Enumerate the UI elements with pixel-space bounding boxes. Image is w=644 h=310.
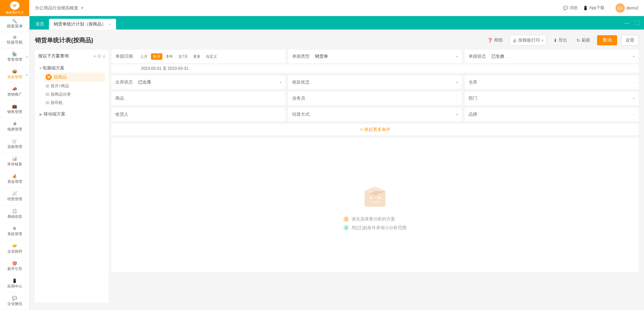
scheme-by-product[interactable]: 按 按商品 bbox=[44, 72, 105, 82]
doc-status-dropdown[interactable]: 已生效 ▾ bbox=[491, 53, 635, 59]
tab-home[interactable]: 首页 bbox=[31, 19, 49, 30]
purchase-icon: 🛒 bbox=[12, 139, 17, 144]
tab-active[interactable]: 销货单统计计划（按商品） × bbox=[49, 19, 116, 30]
empty-illustration bbox=[357, 179, 393, 211]
shortcut-this-month[interactable]: 本月 bbox=[151, 53, 162, 60]
sidebar-item-basics[interactable]: 📋 基础信息 bbox=[0, 205, 29, 223]
print-button[interactable]: 🖨 按模板打印 ▾ bbox=[509, 35, 547, 46]
user-profile-button[interactable]: Ea demo2 bbox=[615, 3, 639, 13]
shortcut-custom[interactable]: 自定义 bbox=[204, 53, 219, 60]
filter-date: 单据日期 上月 本月 本年 近7天 更多 自定义 bbox=[111, 50, 285, 63]
query-button[interactable]: 查询 bbox=[597, 35, 617, 45]
filter-sidebar: 按以下方案查询 + ⊙ « ▾ 电脑端方案 按 按 bbox=[35, 50, 109, 303]
collapse-bar[interactable]: ∧ 收起更多条件 bbox=[111, 124, 639, 135]
mobile-group: ▶ 移动端方案 bbox=[38, 108, 105, 120]
refresh-button[interactable]: ↻ 刷新 bbox=[574, 36, 593, 45]
sidebar-item-wholesale[interactable]: 📦 批发管理 ▴ bbox=[0, 66, 29, 83]
doc-type-value: 销货单 bbox=[315, 53, 328, 59]
salesperson-dots[interactable]: ··· bbox=[315, 96, 458, 101]
sidebar-item-label: 系统管理 bbox=[7, 231, 22, 237]
chevron-down-icon: ▾ bbox=[633, 97, 635, 100]
dots-icon[interactable]: ··· bbox=[454, 96, 458, 101]
warehouse-dots[interactable]: ··· bbox=[491, 80, 635, 85]
filter-warehouse: 仓库 ··· bbox=[465, 75, 639, 89]
doc-type-dropdown[interactable]: 销货单 ▾ bbox=[315, 53, 458, 59]
sidebar-item-ecommerce[interactable]: 🖥 电商管理 bbox=[0, 118, 29, 136]
scheme-label: 按司机 bbox=[51, 100, 63, 106]
date-range-value: 2023-03-01 至 2023-03-31 bbox=[141, 66, 188, 71]
app-logo: 好 畅捷通好生意 bbox=[0, 0, 29, 16]
scheme-label: 按月+商品 bbox=[51, 83, 69, 89]
department-dropdown[interactable]: ▾ bbox=[491, 97, 635, 100]
shortcut-last-month[interactable]: 上月 bbox=[138, 53, 150, 60]
query-label: 查询 bbox=[602, 37, 612, 43]
sidebar-item-finance[interactable]: 💰 资金管理 bbox=[0, 170, 29, 188]
gear-icon: ⚙ bbox=[13, 226, 16, 231]
sidebar-item-app-center[interactable]: 📱 应用中心 bbox=[0, 275, 29, 293]
dots-icon[interactable]: ··· bbox=[631, 80, 635, 85]
sidebar-item-quick-nav[interactable]: ⊞ 快捷导航 bbox=[0, 32, 29, 48]
brand-dots[interactable]: ··· bbox=[491, 112, 635, 117]
tab-maximize-icon[interactable]: ⛶ bbox=[633, 19, 641, 27]
filter-sidebar-title: 按以下方案查询 bbox=[38, 53, 69, 59]
main-area: 办公用品行业模拟账套 ▾ 💬 消息 📱 App下载 Ea demo2 首页 bbox=[30, 0, 644, 310]
settings-button[interactable]: 设置 bbox=[621, 35, 639, 46]
export-button[interactable]: ⬇ 导出 bbox=[551, 36, 570, 45]
date-range-row: 2023-03-01 至 2023-03-31 bbox=[111, 64, 639, 73]
tab-close-icon[interactable]: × bbox=[108, 22, 111, 27]
shortcut-more[interactable]: 更多 bbox=[191, 53, 203, 60]
stock-out-label: 出库状态 bbox=[115, 79, 136, 85]
sidebar-item-guide[interactable]: 🎯 新手引导 bbox=[0, 258, 29, 275]
empty-state: 1 请先选择要分析的方案 2 用[过滤]条件来缩小分析范围 bbox=[111, 138, 639, 272]
sidebar-item-label: 资金管理 bbox=[7, 179, 22, 184]
scheme-by-month-product[interactable]: 按 按月+商品 bbox=[44, 82, 105, 90]
payment-dropdown[interactable]: ▾ bbox=[315, 81, 458, 84]
sidebar-item-system[interactable]: ⚙ 系统管理 bbox=[0, 223, 29, 240]
stock-out-value: 已出库 bbox=[138, 79, 151, 85]
scheme-by-printer[interactable]: 回 按司机 bbox=[44, 99, 105, 107]
add-scheme-button[interactable]: + bbox=[93, 53, 96, 59]
sidebar-item-purchase[interactable]: 🛒 采购管理 bbox=[0, 136, 29, 153]
collapse-sidebar-button[interactable]: « bbox=[103, 53, 105, 59]
app-name: 畅捷通好生意 bbox=[6, 10, 24, 15]
sidebar-item-retail[interactable]: 🏪 零售管理 ▾ bbox=[0, 48, 29, 66]
mobile-group-header[interactable]: ▶ 移动端方案 bbox=[38, 110, 105, 118]
desktop-group-header[interactable]: ▾ 电脑端方案 bbox=[38, 64, 105, 72]
nav-icon: ⊞ bbox=[2, 35, 27, 40]
message-icon: 💬 bbox=[563, 6, 568, 10]
print-dropdown-icon: ▾ bbox=[541, 38, 544, 43]
message-button[interactable]: 💬 消息 bbox=[563, 5, 578, 11]
recipient-label: 收货人 bbox=[115, 111, 136, 117]
tab-minimize-icon[interactable]: — bbox=[623, 19, 631, 27]
shortcut-this-year[interactable]: 本年 bbox=[164, 53, 175, 60]
sidebar-item-operations[interactable]: 📈 经营管理 bbox=[0, 188, 29, 205]
scheme-by-category[interactable]: 回 按商品分类 bbox=[44, 90, 105, 99]
ecommerce-icon: 🖥 bbox=[13, 121, 17, 126]
search-icon: 🔍 bbox=[2, 19, 27, 23]
stock-out-dropdown[interactable]: 已出库 ▾ bbox=[138, 79, 281, 85]
sidebar-item-sales[interactable]: 💼 销售管理 bbox=[0, 101, 29, 118]
edit-scheme-button[interactable]: ⊙ bbox=[97, 53, 101, 59]
download-icon: 📱 bbox=[583, 6, 588, 10]
recipient-dots[interactable]: ··· bbox=[138, 112, 281, 117]
app-download-button[interactable]: 📱 App下载 bbox=[583, 5, 604, 11]
finance-icon: 💰 bbox=[12, 174, 17, 178]
product-dots[interactable]: ··· bbox=[138, 96, 281, 101]
settlement-label: 结算方式 bbox=[292, 111, 312, 117]
dots-icon[interactable]: ··· bbox=[278, 96, 281, 101]
sidebar-item-marketing[interactable]: 📣 营销推广 bbox=[0, 83, 29, 101]
industry-dropdown-icon[interactable]: ▾ bbox=[81, 5, 84, 10]
retail-icon: 🏪 bbox=[12, 52, 17, 56]
help-button[interactable]: ❓ 帮助 bbox=[485, 36, 505, 45]
shortcut-7days[interactable]: 近7天 bbox=[176, 53, 190, 60]
settlement-dropdown[interactable]: ▾ bbox=[315, 113, 458, 116]
content-layout: 按以下方案查询 + ⊙ « ▾ 电脑端方案 按 按 bbox=[35, 50, 639, 303]
sidebar-item-enterprise[interactable]: 🤝 企业协同 bbox=[0, 240, 29, 258]
dots-icon[interactable]: ··· bbox=[278, 112, 281, 117]
dots-icon[interactable]: ··· bbox=[631, 112, 635, 117]
home-tab-label: 首页 bbox=[36, 21, 44, 27]
sidebar-item-search-menu[interactable]: 🔍 搜索菜单 bbox=[0, 16, 29, 32]
sidebar-item-label: 搜索菜单 bbox=[2, 23, 27, 29]
sidebar-item-inventory[interactable]: 📊 库存核算 bbox=[0, 153, 29, 170]
sidebar-item-wechat[interactable]: 💬 企业微信 bbox=[0, 293, 29, 310]
